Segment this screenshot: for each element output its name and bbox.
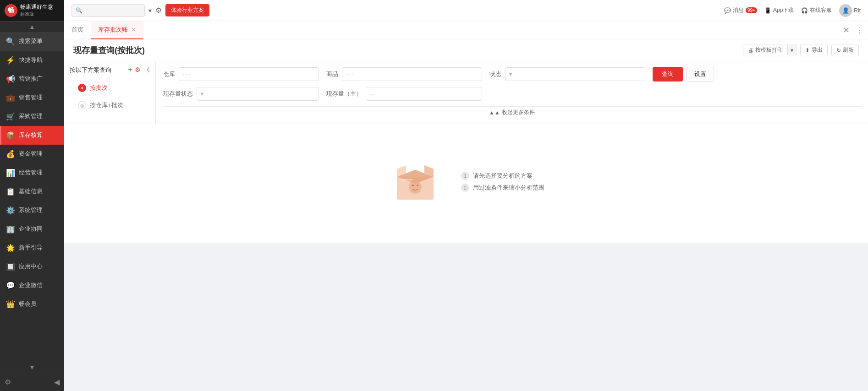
sidebar-item-marketing[interactable]: 📢 营销推广 [0, 70, 64, 88]
sidebar-item-newbie[interactable]: 🌟 新手引导 [0, 239, 64, 257]
status-input[interactable]: ▾ [505, 67, 645, 81]
status-field: 状态 ▾ [489, 67, 645, 81]
marketing-icon: 📢 [6, 75, 15, 83]
app-download-btn[interactable]: 📱 App下载 [764, 6, 794, 14]
filter-option-batch[interactable]: ✦ 按批次 [64, 79, 155, 97]
filter-sidebar: 按以下方案查询 + ⚙ 《 ✦ 按批次 ◎ 按仓库+批次 [64, 61, 156, 124]
batch-scheme-label: 按批次 [90, 84, 108, 92]
enterprise-icon: 🏢 [6, 225, 15, 234]
sidebar-item-system[interactable]: ⚙️ 系统管理 [0, 201, 64, 220]
collapse-up-icon: ▲▲ [489, 109, 500, 116]
sidebar-item-apps[interactable]: 🔲 应用中心 [0, 257, 64, 276]
tab-inventory-batch-label: 库存批次账 [98, 26, 128, 34]
batch-scheme-icon: ✦ [78, 84, 86, 92]
member-label: 畅会员 [19, 300, 37, 308]
sidebar-item-enterprise[interactable]: 🏢 企业协同 [0, 220, 64, 239]
svg-point-5 [409, 181, 422, 194]
filter-actions: 查询 设置 [653, 67, 714, 81]
basics-label: 基础信息 [19, 187, 43, 196]
sidebar-scroll-down[interactable]: ▼ [0, 362, 64, 373]
settings-btn[interactable]: 设置 [687, 67, 714, 81]
quantity-input[interactable]: — [366, 87, 482, 101]
purchase-icon: 🛒 [6, 112, 15, 121]
sidebar-footer: ⚙ ◀ [0, 373, 64, 391]
export-btn[interactable]: ⬆ 导出 [800, 44, 828, 56]
main-area: 🔍 ▾ ⚙ 体验行业方案 💬 消息 99+ 📱 App下载 🎧 在线客服 [64, 0, 868, 391]
refresh-label: 刷新 [843, 46, 854, 54]
export-icon: ⬆ [805, 47, 810, 54]
message-icon: 💬 [724, 7, 731, 14]
add-scheme-icon[interactable]: + [128, 66, 132, 74]
marketing-label: 营销推广 [19, 75, 43, 83]
print-dropdown-icon[interactable]: ▾ [787, 45, 796, 55]
sales-label: 销售管理 [19, 93, 43, 102]
message-btn[interactable]: 💬 消息 99+ [724, 6, 757, 14]
sidebar-item-wechat[interactable]: 💬 企业微信 [0, 276, 64, 295]
print-btn-group: 🖨 按模板打印 ▾ [743, 44, 797, 56]
newbie-icon: 🌟 [6, 244, 15, 252]
sidebar-item-quick-nav[interactable]: ⚡ 快捷导航 [0, 51, 64, 70]
collapse-sidebar-icon[interactable]: ◀ [54, 378, 60, 386]
sidebar-item-finance[interactable]: 💰 资金管理 [0, 145, 64, 163]
refresh-icon: ↻ [836, 47, 841, 54]
sidebar-item-basics[interactable]: 📋 基础信息 [0, 182, 64, 201]
tabbar-more-icon[interactable]: ⋮ [856, 26, 863, 34]
print-label: 按模板打印 [755, 46, 783, 54]
svg-point-6 [412, 185, 414, 186]
status-label: 状态 [489, 70, 501, 78]
topbar-dropdown-icon[interactable]: ▾ [148, 7, 152, 14]
sidebar-item-member[interactable]: 👑 畅会员 [0, 295, 64, 314]
print-btn[interactable]: 🖨 按模板打印 [743, 44, 787, 56]
product-dots: ··· [346, 70, 355, 78]
product-input[interactable]: ··· [342, 67, 482, 81]
tab-inventory-batch[interactable]: 库存批次账 ✕ [91, 21, 143, 39]
service-btn[interactable]: 🎧 在线客服 [801, 6, 832, 14]
warehouse-input[interactable]: ··· [179, 67, 319, 81]
tab-home-label: 首页 [71, 26, 83, 34]
warehouse-batch-scheme-label: 按仓库+批次 [90, 101, 123, 109]
scheme-settings-icon[interactable]: ⚙ [135, 66, 141, 74]
tab-close-icon[interactable]: ✕ [132, 27, 136, 33]
search-label: 搜索菜单 [19, 37, 43, 45]
inventory-status-arrow-icon: ▾ [201, 91, 203, 97]
inventory-status-input[interactable]: ▾ [197, 87, 319, 101]
sidebar-header: 畅 畅康通好生意 标准版 [0, 0, 64, 22]
topbar-search-icon: 🔍 [76, 7, 82, 14]
print-icon: 🖨 [748, 47, 753, 54]
filter-row-1: 仓库 ··· 商品 ··· 状态 ▾ [163, 67, 861, 81]
tab-home[interactable]: 首页 [64, 21, 91, 39]
status-arrow-icon: ▾ [509, 71, 512, 77]
filter-collapse-icon[interactable]: 《 [143, 66, 150, 74]
refresh-btn[interactable]: ↻ 刷新 [831, 44, 859, 56]
app-subtitle: 标准版 [20, 11, 53, 17]
sidebar-item-inventory[interactable]: 📦 库存核算 [0, 126, 64, 145]
collapse-more-toggle[interactable]: ▲▲ 收起更多条件 [163, 107, 861, 118]
basics-icon: 📋 [6, 187, 15, 196]
user-avatar-area[interactable]: 👤 Rit [839, 4, 861, 17]
topbar-gear-icon[interactable]: ⚙ [155, 6, 162, 15]
filter-option-warehouse-batch[interactable]: ◎ 按仓库+批次 [64, 97, 155, 114]
step-2-text: 用过滤条件来缩小分析范围 [473, 184, 544, 192]
sidebar-item-sales[interactable]: 💼 销售管理 [0, 88, 64, 107]
experience-btn[interactable]: 体验行业方案 [165, 4, 209, 16]
sidebar-scroll-up[interactable]: ▲ [0, 22, 64, 32]
topbar-search-box[interactable]: 🔍 [71, 4, 145, 17]
wechat-icon: 💬 [6, 281, 15, 290]
settings-icon[interactable]: ⚙ [5, 378, 11, 386]
tabbar-close-icon[interactable]: ✕ [843, 25, 850, 35]
user-name: Rit [854, 7, 861, 14]
sales-icon: 💼 [6, 93, 15, 102]
sidebar-search[interactable]: 🔍 搜索菜单 [0, 32, 64, 51]
system-label: 系统管理 [19, 206, 43, 214]
purchase-label: 采购管理 [19, 112, 43, 120]
warehouse-label: 仓库 [163, 70, 175, 78]
empty-step-1: 1 请先选择要分析的方案 [461, 172, 544, 180]
warehouse-batch-scheme-icon: ◎ [78, 101, 86, 109]
filter-form: 仓库 ··· 商品 ··· 状态 ▾ [156, 61, 868, 124]
query-btn[interactable]: 查询 [653, 67, 683, 81]
sidebar-item-purchase[interactable]: 🛒 采购管理 [0, 107, 64, 126]
warehouse-field: 仓库 ··· [163, 67, 319, 81]
filter-sidebar-title: 按以下方案查询 [70, 66, 111, 74]
finance-label: 资金管理 [19, 150, 43, 158]
sidebar-item-operations[interactable]: 📊 经营管理 [0, 163, 64, 182]
